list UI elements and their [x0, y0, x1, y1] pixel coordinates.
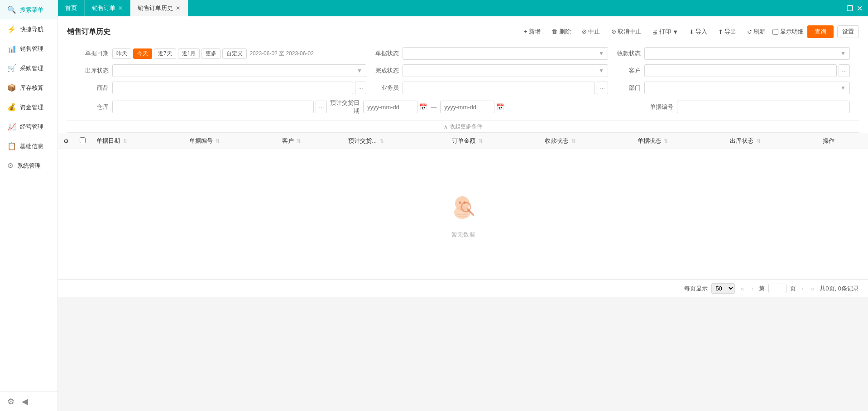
col-delivery-date[interactable]: 预计交货... ⇅: [343, 133, 446, 149]
import-button[interactable]: ⬇ 导入: [686, 26, 711, 38]
print-arrow-icon: ▼: [672, 29, 678, 35]
col-actions: 操作: [817, 133, 868, 149]
sidebar-collapse-icon[interactable]: ◀: [22, 396, 28, 406]
customer-input[interactable]: [644, 64, 837, 77]
stop-button[interactable]: ⊘ 中止: [578, 26, 604, 38]
doc-number-input[interactable]: [677, 101, 850, 113]
tab-sales-order-history[interactable]: 销售订单历史 ✕: [130, 0, 188, 16]
cancel-stop-button[interactable]: ⊘ 取消中止: [608, 26, 645, 38]
prev-page-button[interactable]: ‹: [749, 284, 755, 293]
doc-number-label: 单据编号: [641, 103, 677, 111]
date-7days-btn[interactable]: 近7天: [154, 48, 176, 59]
data-table: ⚙ 单据日期 ⇅ 单据编号 ⇅: [58, 133, 868, 279]
table-settings-icon[interactable]: ⚙: [63, 138, 69, 145]
dept-arrow-icon: ▼: [840, 85, 846, 91]
sidebar-item-finance[interactable]: 💰 资金管理: [0, 97, 58, 117]
display-cols-toggle[interactable]: 显示明细: [772, 28, 804, 36]
pagination-bar: 每页显示 50 10 20 100 « ‹ 第 1 页 › » 共0页, 0条记…: [58, 279, 868, 297]
date-1month-btn[interactable]: 近1月: [178, 48, 200, 59]
new-button[interactable]: + 新增: [520, 26, 544, 38]
delivery-date-control: 📅 — 📅: [363, 101, 641, 113]
next-page-button[interactable]: ›: [800, 284, 806, 293]
print-button[interactable]: 🖨 🖨 打印 打印 ▼: [648, 26, 682, 38]
payment-status-select[interactable]: ▼: [644, 47, 850, 60]
date-yesterday-btn[interactable]: 昨天: [112, 48, 131, 59]
close-sales-order-tab-icon[interactable]: ✕: [118, 5, 123, 11]
date-today-btn[interactable]: 今天: [133, 48, 152, 59]
warehouse-input[interactable]: [112, 101, 314, 113]
table-area: ⚙ 单据日期 ⇅ 单据编号 ⇅: [58, 133, 868, 279]
delivery-date-end-input[interactable]: [440, 101, 494, 113]
select-all-checkbox[interactable]: [80, 137, 86, 143]
finance-icon: 💰: [7, 103, 16, 111]
col-payment-status[interactable]: 收款状态 ⇅: [539, 133, 632, 149]
refresh-button[interactable]: ↺ 刷新: [743, 26, 769, 38]
sidebar-item-operations[interactable]: 📈 经营管理: [0, 117, 58, 136]
warehouse-picker-btn[interactable]: ···: [316, 101, 327, 113]
collapse-bar[interactable]: ∧ 收起更多条件: [67, 121, 859, 133]
sidebar-item-quick-nav[interactable]: ⚡ 快捷导航: [0, 19, 58, 39]
sidebar: 🔍 搜索菜单 ⚡ 快捷导航 📊 销售管理 🛒 采购管理 📦 库存核算 💰 资金管…: [0, 0, 58, 411]
page-number-input[interactable]: 1: [768, 284, 786, 293]
sidebar-item-inventory[interactable]: 📦 库存核算: [0, 78, 58, 97]
complete-status-select[interactable]: ▼: [403, 64, 608, 77]
export-button[interactable]: ⬆ 导出: [715, 26, 740, 38]
sidebar-item-label: 资金管理: [20, 103, 43, 111]
window-close-icon[interactable]: ✕: [857, 4, 863, 13]
date-dash: —: [429, 104, 438, 111]
salesperson-input[interactable]: [403, 82, 595, 94]
display-cols-checkbox[interactable]: [772, 29, 778, 35]
col-doc-date[interactable]: 单据日期 ⇅: [91, 133, 184, 149]
goods-picker-btn[interactable]: ···: [355, 82, 366, 94]
customer-picker-btn[interactable]: ···: [839, 64, 850, 77]
date-btn-group: 昨天 今天 近7天 近1月 更多 自定义: [112, 48, 247, 59]
cal-end-icon[interactable]: 📅: [496, 103, 504, 111]
sort-doc-status-icon: ⇅: [664, 138, 668, 144]
date-custom-btn[interactable]: 自定义: [222, 48, 247, 59]
sidebar-settings-icon[interactable]: ⚙: [7, 396, 14, 406]
page-size-select[interactable]: 50 10 20 100: [711, 283, 735, 294]
doc-status-select[interactable]: ▼: [403, 47, 608, 60]
inventory-icon: 📦: [7, 83, 16, 92]
page-label-before: 第: [759, 285, 765, 293]
filter-col-warehouse: 仓库 ···: [76, 101, 327, 113]
close-history-tab-icon[interactable]: ✕: [176, 5, 180, 11]
col-stock-out-status[interactable]: 出库状态 ⇅: [724, 133, 817, 149]
tab-home[interactable]: 首页: [58, 0, 85, 16]
cal-start-icon[interactable]: 📅: [419, 103, 427, 111]
dept-select[interactable]: ▼: [644, 82, 850, 94]
query-button[interactable]: 查询: [807, 25, 834, 38]
date-filter-label: 单据日期: [76, 49, 112, 58]
stock-out-select[interactable]: ▼: [112, 64, 366, 77]
goods-control: ···: [112, 82, 366, 94]
window-restore-icon[interactable]: ❐: [847, 4, 853, 13]
sidebar-item-sales-mgmt[interactable]: 📊 销售管理: [0, 39, 58, 58]
page-label-after: 页: [790, 285, 796, 293]
salesperson-picker-btn[interactable]: ···: [597, 82, 608, 94]
sidebar-item-search-menu[interactable]: 🔍 搜索菜单: [0, 0, 58, 19]
display-cols-label: 显示明细: [780, 28, 804, 36]
goods-input[interactable]: [112, 82, 353, 94]
warehouse-control: ···: [112, 101, 327, 113]
delivery-date-start-input[interactable]: [363, 101, 417, 113]
import-icon: ⬇: [689, 29, 694, 35]
tab-sales-order-label: 销售订单: [92, 4, 115, 12]
tab-sales-order[interactable]: 销售订单 ✕: [85, 0, 130, 16]
last-page-button[interactable]: »: [809, 284, 816, 293]
first-page-button[interactable]: «: [739, 284, 746, 293]
collapse-up-icon: ∧: [444, 124, 448, 130]
delete-button[interactable]: 🗑 删除: [548, 26, 575, 38]
col-customer[interactable]: 客户 ⇅: [277, 133, 343, 149]
delivery-date-label: 预计交货日期: [327, 99, 363, 115]
settings-button[interactable]: 设置: [837, 25, 859, 38]
complete-status-arrow-icon: ▼: [599, 68, 604, 74]
col-doc-status[interactable]: 单据状态 ⇅: [632, 133, 725, 149]
date-more-btn[interactable]: 更多: [201, 48, 221, 59]
sidebar-item-basic-info[interactable]: 📋 基础信息: [0, 136, 58, 156]
sidebar-item-purchase-mgmt[interactable]: 🛒 采购管理: [0, 58, 58, 78]
col-order-amount[interactable]: 订单金额 ⇅: [446, 133, 539, 149]
payment-status-arrow-icon: ▼: [840, 50, 846, 57]
sidebar-item-sys-mgmt[interactable]: ⚙ 系统管理: [0, 156, 58, 175]
purchase-mgmt-icon: 🛒: [7, 64, 16, 73]
col-doc-number[interactable]: 单据编号 ⇅: [184, 133, 277, 149]
